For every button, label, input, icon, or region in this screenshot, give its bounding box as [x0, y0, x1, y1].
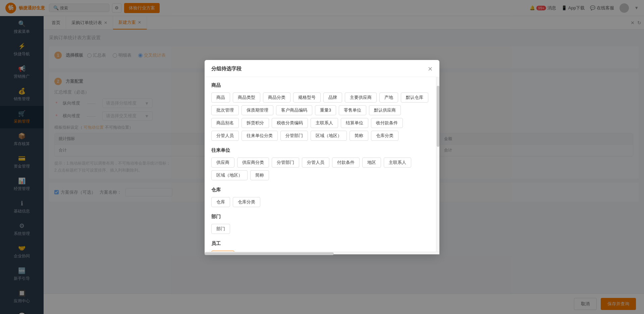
field-tag[interactable]: 主要供应商 [345, 92, 377, 103]
field-tag[interactable]: 仓库 [211, 197, 230, 207]
partner-fields: 供应商 供应商分类 分管部门 分管人员 付款条件 地区 主联系人 区域（地区） … [211, 158, 429, 180]
section-partner: 往来单位 供应商 供应商分类 分管部门 分管人员 付款条件 地区 主联系人 区域… [211, 147, 429, 180]
section-warehouse-title: 仓库 [211, 187, 429, 193]
section-product-title: 商品 [211, 82, 429, 88]
field-tag[interactable]: 客户商品编码 [276, 105, 312, 115]
field-tag[interactable]: 供应商 [211, 158, 234, 168]
modal-overlay: 分组待选字段 ✕ 商品 商品 商品类型 商品分类 规格型号 品牌 主要供应商 产… [0, 0, 644, 314]
field-tag[interactable]: 主联系人 [384, 158, 411, 168]
field-tag[interactable]: 拆货积分 [241, 118, 269, 128]
field-tag[interactable]: 部门 [211, 224, 230, 234]
field-tag[interactable]: 主联系人 [311, 118, 338, 128]
field-tag[interactable]: 分管人员 [211, 131, 239, 141]
field-tag[interactable]: 付款条件 [332, 158, 360, 168]
field-tag[interactable]: 商品别名 [211, 118, 239, 128]
modal-header: 分组待选字段 ✕ [205, 60, 439, 77]
field-tag[interactable]: 往来单位分类 [241, 131, 278, 141]
field-tag[interactable]: 仓库分类 [371, 131, 398, 141]
modal-close-btn[interactable]: ✕ [428, 65, 433, 73]
field-tag[interactable]: 保质期管理 [241, 105, 273, 115]
field-tag[interactable]: 结算单位 [341, 118, 368, 128]
field-tag[interactable]: 区域（地区） [211, 170, 248, 180]
field-tag[interactable]: 分管部门 [280, 131, 308, 141]
field-tag[interactable]: 商品 [211, 92, 230, 103]
field-tag[interactable]: 商品类型 [233, 92, 260, 103]
modal-content-area: 商品 商品 商品类型 商品分类 规格型号 品牌 主要供应商 产地 默认仓库 批次… [205, 77, 439, 252]
field-tag[interactable]: 默认供应商 [369, 105, 401, 115]
field-tag[interactable]: 商品分类 [263, 92, 290, 103]
modal-scrollbar[interactable] [436, 77, 439, 252]
field-tag[interactable]: 批次管理 [211, 105, 239, 115]
field-tag[interactable]: 分管部门 [272, 158, 299, 168]
section-partner-title: 往来单位 [211, 147, 429, 153]
section-department: 部门 部门 [211, 214, 429, 234]
field-tag[interactable]: 零售单位 [339, 105, 366, 115]
modal-h-scrollbar[interactable] [205, 252, 439, 254]
section-employee: 员工 业务员 [211, 241, 429, 252]
modal-scrollbar-thumb [437, 86, 439, 147]
field-tag[interactable]: 区域（地区） [311, 131, 347, 141]
field-selection-modal: 分组待选字段 ✕ 商品 商品 商品类型 商品分类 规格型号 品牌 主要供应商 产… [205, 60, 439, 254]
field-tag[interactable]: 简称 [350, 131, 368, 141]
field-tag[interactable]: 分管人员 [302, 158, 329, 168]
department-fields: 部门 [211, 224, 429, 234]
modal-h-scrollbar-thumb [205, 252, 334, 255]
field-tag[interactable]: 地区 [362, 158, 381, 168]
field-tag[interactable]: 收付款条件 [371, 118, 403, 128]
field-tag[interactable]: 简称 [250, 170, 269, 180]
warehouse-fields: 仓库 仓库分类 [211, 197, 429, 207]
field-tag[interactable]: 默认仓库 [401, 92, 428, 103]
field-tag[interactable]: 仓库分类 [233, 197, 260, 207]
modal-title: 分组待选字段 [211, 66, 241, 72]
section-department-title: 部门 [211, 214, 429, 220]
field-tag[interactable]: 重量3 [315, 105, 336, 115]
field-tag[interactable]: 产地 [379, 92, 398, 103]
product-fields: 商品 商品类型 商品分类 规格型号 品牌 主要供应商 产地 默认仓库 批次管理 … [211, 92, 429, 141]
section-employee-title: 员工 [211, 241, 429, 247]
section-warehouse: 仓库 仓库 仓库分类 [211, 187, 429, 207]
field-tag[interactable]: 供应商分类 [237, 158, 269, 168]
field-tag[interactable]: 规格型号 [293, 92, 321, 103]
field-tag[interactable]: 税收分类编码 [272, 118, 308, 128]
field-tag[interactable]: 品牌 [323, 92, 342, 103]
section-product: 商品 商品 商品类型 商品分类 规格型号 品牌 主要供应商 产地 默认仓库 批次… [211, 82, 429, 141]
modal-body: 商品 商品 商品类型 商品分类 规格型号 品牌 主要供应商 产地 默认仓库 批次… [205, 77, 436, 252]
